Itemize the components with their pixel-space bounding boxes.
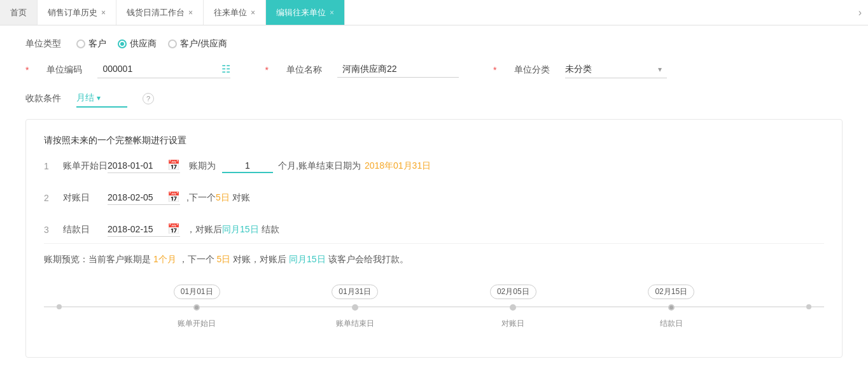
row-1-period-input[interactable]	[222, 159, 273, 173]
card-title: 请按照未来的一个完整帐期进行设置	[44, 135, 824, 146]
tab-cash-ledger[interactable]: 钱货日清工作台 ×	[116, 0, 204, 25]
row-1-date-wrapper: 📅	[108, 159, 180, 173]
timeline-dot-1	[193, 304, 200, 311]
unit-category-arrow-icon: ▾	[658, 65, 662, 74]
unit-code-label: 单位编码	[46, 64, 82, 76]
timeline-right-dot	[806, 304, 811, 309]
timeline-dot-4	[668, 304, 675, 311]
unit-code-input[interactable]	[97, 61, 219, 76]
preview-section: 账期预览：当前客户账期是 1个月 ，下一个 5日 对账，对账后 同月15日 该客…	[44, 243, 824, 342]
preview-mid2: 对账，对账后	[233, 254, 286, 264]
row-3-highlight: 同月15日	[222, 224, 259, 236]
row-2-highlight: 5日	[216, 192, 230, 204]
row-1-num: 1	[44, 161, 63, 171]
row-3-prefix: ，对账后	[186, 224, 222, 236]
tab-home-label: 首页	[10, 7, 27, 18]
row-1-date-input[interactable]	[108, 160, 165, 171]
unit-code-copy-icon[interactable]: ☷	[221, 63, 230, 75]
payment-condition-value: 月结	[76, 92, 94, 104]
radio-customer-circle	[76, 39, 85, 48]
row-2-suffix: 对账	[232, 192, 250, 204]
unit-category-required: *	[493, 65, 496, 75]
timeline: 01月01日 账单开始日 01月31日 账单结束日 02月05日 对账日	[44, 278, 824, 335]
unit-name-required: *	[265, 65, 268, 75]
preview-part2: 5日	[216, 254, 230, 264]
tab-sales-history[interactable]: 销售订单历史 ×	[38, 0, 116, 25]
timeline-label-1: 账单开始日	[178, 318, 216, 329]
row-2-date-wrapper: 📅	[108, 191, 180, 205]
timeline-right-end	[806, 304, 811, 309]
tab-more-arrow[interactable]: ›	[852, 7, 868, 18]
radio-customer-label: 客户	[88, 38, 106, 50]
unit-name-label: 单位名称	[286, 64, 322, 76]
setting-row-3: 3 结款日 📅 ，对账后 同月15日 结款	[44, 223, 824, 237]
unit-name-input[interactable]	[337, 62, 459, 78]
tab-partner-units[interactable]: 往来单位 ×	[204, 0, 266, 25]
timeline-point-3: 02月05日 对账日	[490, 285, 536, 329]
radio-supplier-circle	[118, 39, 127, 48]
radio-both-label: 客户/供应商	[180, 38, 227, 50]
unit-category-label: 单位分类	[514, 64, 550, 76]
tab-sales-history-close[interactable]: ×	[101, 8, 106, 17]
timeline-dot-2	[352, 304, 358, 311]
preview-part1: 1个月	[153, 254, 176, 264]
timeline-point-4: 02月15日 结款日	[648, 285, 694, 329]
timeline-badge-2: 01月31日	[332, 285, 378, 299]
preview-suffix: 该客户会给我打款。	[328, 254, 409, 264]
row-3-suffix: 结款	[262, 224, 279, 236]
timeline-label-2: 账单结束日	[336, 318, 374, 329]
tab-partner-units-label: 往来单位	[214, 7, 247, 18]
timeline-left-end	[57, 304, 62, 309]
row-2-label: 对账日	[63, 192, 108, 204]
row-2-date-input[interactable]	[108, 192, 165, 202]
row-1-calendar-icon[interactable]: 📅	[167, 159, 180, 171]
unit-type-label: 单位类型	[25, 38, 61, 50]
row-3-date-wrapper: 📅	[108, 223, 180, 237]
tab-sales-history-label: 销售订单历史	[48, 7, 97, 18]
row-3-date-input[interactable]	[108, 224, 165, 234]
preview-part3: 同月15日	[289, 254, 326, 264]
row-1-end-date: 2018年01月31日	[365, 160, 431, 172]
radio-both-circle	[168, 39, 177, 48]
tab-edit-partner[interactable]: 编辑往来单位 ×	[266, 0, 345, 25]
row-3-num: 3	[44, 225, 63, 235]
unit-info-row: * 单位编码 ☷ * 单位名称 * 单位分类 未分类 ▾	[25, 61, 843, 78]
row-1-label: 账单开始日	[63, 160, 108, 172]
unit-code-field-wrapper: ☷	[97, 61, 230, 78]
timeline-point-2: 01月31日 账单结束日	[332, 285, 378, 329]
timeline-badge-3: 02月05日	[490, 285, 536, 299]
radio-supplier[interactable]: 供应商	[118, 38, 157, 50]
radio-customer[interactable]: 客户	[76, 38, 106, 50]
tab-home[interactable]: 首页	[0, 0, 38, 25]
setting-row-2: 2 对账日 📅 ,下一个 5日 对账	[44, 191, 824, 205]
help-icon[interactable]: ?	[143, 93, 154, 104]
unit-category-dropdown[interactable]: 未分类 ▾	[565, 61, 667, 78]
timeline-badge-4: 02月15日	[648, 285, 694, 299]
tab-bar: 首页 销售订单历史 × 钱货日清工作台 × 往来单位 × 编辑往来单位 × ›	[0, 0, 868, 25]
row-2-calendar-icon[interactable]: 📅	[167, 191, 180, 203]
row-1-mid-text: 账期为	[189, 160, 216, 172]
timeline-left-dot	[57, 304, 62, 309]
tab-edit-partner-close[interactable]: ×	[330, 8, 334, 17]
row-2-num: 2	[44, 193, 63, 203]
main-content: 单位类型 客户 供应商 客户/供应商 * 单位编码 ☷ * 单位名称 *	[0, 25, 868, 387]
payment-dropdown-arrow-icon: ▾	[97, 94, 101, 102]
timeline-label-4: 结款日	[660, 318, 683, 329]
tab-partner-units-close[interactable]: ×	[251, 8, 255, 17]
settings-card: 请按照未来的一个完整帐期进行设置 1 账单开始日 📅 账期为 个月,账单结束日期…	[25, 119, 843, 358]
row-3-label: 结款日	[63, 224, 108, 236]
payment-condition-row: 收款条件 月结 ▾ ?	[25, 90, 843, 108]
setting-row-1: 1 账单开始日 📅 账期为 个月,账单结束日期为 2018年01月31日	[44, 159, 824, 173]
unit-type-row: 单位类型 客户 供应商 客户/供应商	[25, 38, 843, 50]
preview-text: 账期预览：当前客户账期是 1个月 ，下一个 5日 对账，对账后 同月15日 该客…	[44, 254, 824, 265]
row-3-calendar-icon[interactable]: 📅	[167, 223, 180, 235]
row-1-suffix: 个月,账单结束日期为	[278, 160, 361, 172]
timeline-points: 01月01日 账单开始日 01月31日 账单结束日 02月05日 对账日	[57, 285, 811, 329]
unit-category-value: 未分类	[565, 64, 654, 75]
tab-cash-ledger-label: 钱货日清工作台	[127, 7, 185, 18]
tab-cash-ledger-close[interactable]: ×	[188, 8, 193, 17]
timeline-dot-3	[510, 304, 516, 311]
radio-both[interactable]: 客户/供应商	[168, 38, 227, 50]
payment-condition-dropdown[interactable]: 月结 ▾	[76, 90, 127, 108]
unit-code-required: *	[25, 65, 29, 75]
